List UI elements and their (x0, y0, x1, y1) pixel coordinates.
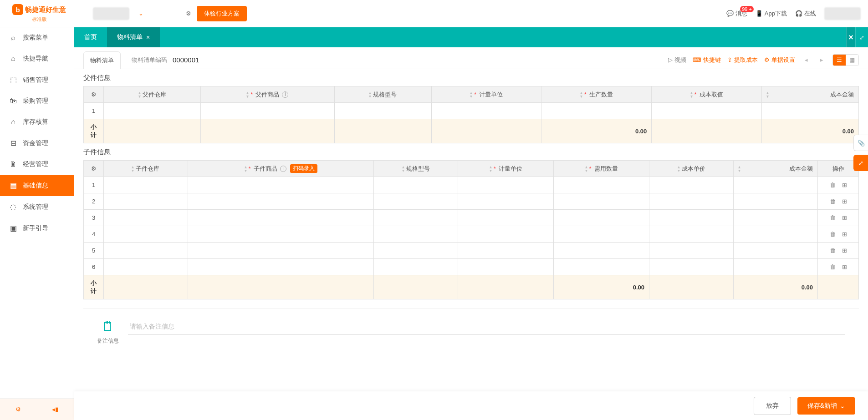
brand-logo[interactable]: b 畅捷通好生意 标准版 (7, 4, 71, 23)
gear-icon: ⚙ (764, 56, 770, 63)
next-doc-icon[interactable]: ▸ (817, 55, 826, 66)
sidebar-item-0[interactable]: ⌕搜索菜单 (0, 27, 74, 48)
row-delete-icon[interactable]: 🗑 (830, 182, 836, 188)
child-col-goods[interactable]: ▴▾*子件商品i扫码录入 (188, 161, 373, 177)
child-table-row[interactable]: 2🗑⊞ (84, 193, 859, 210)
child-table-row[interactable]: 6🗑⊞ (84, 259, 859, 275)
row-delete-icon[interactable]: 🗑 (830, 247, 836, 254)
parent-col-qty[interactable]: ▴▾*生产数量 (541, 86, 652, 103)
row-add-icon[interactable]: ⊞ (842, 198, 847, 205)
tabs-expand-icon[interactable]: ⤢ (855, 27, 868, 47)
row-add-icon[interactable]: ⊞ (842, 214, 847, 221)
parent-col-costamt[interactable]: ▴▾成本金额 (761, 86, 858, 103)
child-table-row[interactable]: 1🗑⊞ (84, 177, 859, 193)
view-toggle: ☰ ▦ (832, 54, 859, 66)
info-icon[interactable]: i (282, 91, 288, 98)
save-new-label: 保存&新增 (807, 402, 837, 410)
view-card-icon[interactable]: ▦ (846, 55, 858, 66)
view-list-icon[interactable]: ☰ (833, 55, 846, 66)
child-table: ⚙ ▴▾子件仓库 ▴▾*子件商品i扫码录入 ▴▾规格型号 ▴▾*计量单位 ▴▾*… (83, 160, 859, 299)
chat-icon: 💬 (726, 10, 734, 17)
action-video[interactable]: ▷ 视频 (668, 56, 686, 64)
row-delete-icon[interactable]: 🗑 (830, 198, 836, 205)
logo-icon: b (12, 4, 23, 15)
parent-subtotal-row: 小计 0.00 0.00 (84, 119, 859, 143)
child-col-costamt[interactable]: ▴▾成本金额 (733, 161, 817, 177)
action-doc-settings[interactable]: ⚙ 单据设置 (764, 56, 795, 64)
headset-icon: 🎧 (795, 10, 802, 17)
sidebar-collapse-icon[interactable]: ◂▮ (52, 406, 58, 413)
action-extract-label: 提取成本 (734, 56, 758, 64)
row-add-icon[interactable]: ⊞ (842, 247, 847, 254)
sidebar-item-5[interactable]: ⊟资金管理 (0, 132, 74, 154)
attachment-float-icon[interactable]: 📎 (853, 135, 868, 151)
sidebar-item-6[interactable]: 🗎经营管理 (0, 154, 74, 175)
chevron-down-icon: ⌄ (840, 402, 845, 410)
child-table-row[interactable]: 4🗑⊞ (84, 226, 859, 243)
child-col-costprice[interactable]: ▴▾成本单价 (649, 161, 734, 177)
download-label: App下载 (765, 10, 787, 18)
row-add-icon[interactable]: ⊞ (842, 263, 847, 270)
action-hotkey[interactable]: ⌨ 快捷键 (693, 56, 721, 64)
tab-bom[interactable]: 物料清单 × (107, 27, 160, 47)
remarks-input[interactable] (128, 318, 845, 335)
row-add-icon[interactable]: ⊞ (842, 231, 847, 238)
sidebar-item-8[interactable]: ◌系统管理 (0, 196, 74, 218)
child-table-row[interactable]: 3🗑⊞ (84, 210, 859, 226)
remarks-label: 备注信息 (97, 337, 119, 345)
action-extract-cost[interactable]: ⇪ 提取成本 (727, 56, 758, 64)
sidebar-item-2[interactable]: ⬚销售管理 (0, 69, 74, 91)
expand-float-icon[interactable]: ⤢ (853, 155, 868, 171)
remarks-section: 🗒 备注信息 (83, 309, 859, 354)
discard-button[interactable]: 放弃 (754, 397, 791, 415)
nav-icon: ⊟ (9, 139, 17, 147)
brand-edition: 标准版 (32, 16, 47, 23)
page-subtab-bom[interactable]: 物料清单 (83, 51, 121, 69)
row-delete-icon[interactable]: 🗑 (830, 231, 836, 238)
tab-close-icon[interactable]: × (146, 34, 150, 41)
parent-col-goods[interactable]: ▴▾*父件商品i (201, 86, 335, 103)
sidebar-settings-icon[interactable]: ⚙ (15, 406, 21, 413)
parent-col-spec[interactable]: ▴▾规格型号 (334, 86, 431, 103)
child-col-spec[interactable]: ▴▾规格型号 (374, 161, 458, 177)
nav-icon: ▤ (9, 181, 17, 190)
scan-input-tag[interactable]: 扫码录入 (290, 164, 317, 173)
chevron-down-icon: ⌄ (138, 10, 143, 17)
sidebar-item-1[interactable]: ⌂快捷导航 (0, 48, 74, 69)
row-delete-icon[interactable]: 🗑 (830, 214, 836, 221)
nav-icon: ⌂ (9, 55, 17, 63)
sidebar-item-7[interactable]: ▤基础信息 (0, 175, 74, 196)
child-col-warehouse[interactable]: ▴▾子件仓库 (104, 161, 188, 177)
sidebar-item-label: 新手引导 (23, 224, 48, 233)
info-icon[interactable]: i (280, 166, 286, 172)
try-industry-button[interactable]: 体验行业方案 (197, 6, 247, 21)
org-selector[interactable]: ⌄ (89, 5, 180, 22)
child-col-settings-icon[interactable]: ⚙ (91, 165, 97, 172)
user-avatar-masked[interactable] (824, 7, 861, 20)
child-subtotal-row: 小计0.000.00 (84, 275, 859, 299)
parent-col-warehouse[interactable]: ▴▾父件仓库 (104, 86, 201, 103)
tabs-close-all[interactable]: × (846, 27, 855, 47)
save-and-new-button[interactable]: 保存&新增 ⌄ (797, 397, 855, 415)
parent-col-settings-icon[interactable]: ⚙ (91, 91, 97, 98)
sidebar-item-3[interactable]: 🛍采购管理 (0, 91, 74, 111)
child-table-row[interactable]: 5🗑⊞ (84, 243, 859, 259)
nav-icon: ◌ (9, 202, 17, 211)
sidebar-item-label: 资金管理 (23, 139, 48, 147)
app-download-link[interactable]: 📱 App下载 (756, 10, 787, 18)
sidebar-item-9[interactable]: ▣新手引导 (0, 218, 74, 239)
parent-col-unit[interactable]: ▴▾*计量单位 (431, 86, 541, 103)
messages-link[interactable]: 💬 消息 99 + (726, 10, 747, 18)
online-support-link[interactable]: 🎧 在线 (795, 10, 816, 18)
child-col-need[interactable]: ▴▾*需用数量 (554, 161, 649, 177)
sidebar-item-4[interactable]: ⌂库存核算 (0, 111, 74, 132)
row-delete-icon[interactable]: 🗑 (830, 263, 836, 270)
parent-table-row[interactable]: 1 (84, 103, 859, 119)
topbar: b 畅捷通好生意 标准版 ⌄ ⚙ 体验行业方案 💬 消息 99 + 📱 App下… (0, 0, 868, 27)
child-col-unit[interactable]: ▴▾*计量单位 (458, 161, 554, 177)
tab-home[interactable]: 首页 (74, 27, 107, 47)
row-add-icon[interactable]: ⊞ (842, 182, 847, 188)
prev-doc-icon[interactable]: ◂ (802, 55, 811, 66)
parent-col-costmode[interactable]: ▴▾*成本取值 (652, 86, 762, 103)
topbar-settings-icon[interactable]: ⚙ (186, 10, 191, 17)
